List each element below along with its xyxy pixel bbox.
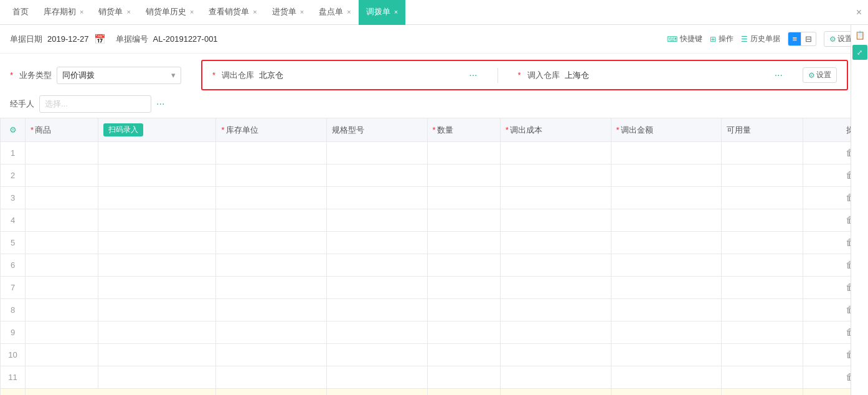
row-number: 3	[1, 187, 26, 209]
out-warehouse-value: 北京仓	[259, 70, 464, 81]
grid-view-btn[interactable]: ⊟	[801, 32, 816, 45]
in-warehouse-field: * 调入仓库 上海仓 ···	[518, 70, 783, 81]
scan-cell	[98, 277, 216, 299]
settings-icon[interactable]: ⚙	[9, 125, 17, 135]
table-row: 6 🗑 ⧉	[1, 254, 868, 277]
grid-icon: ⊞	[710, 35, 716, 44]
right-sidebar: 📋 ⤢	[851, 25, 868, 395]
available-cell	[722, 344, 803, 366]
spec-cell	[327, 321, 427, 344]
unit-cell	[216, 344, 327, 366]
tab-transfer-order[interactable]: 调拨单 ×	[359, 0, 405, 25]
cost-cell	[500, 299, 611, 321]
col-spec: 规格型号	[327, 118, 427, 142]
row-number: 8	[1, 299, 26, 321]
cost-cell	[500, 164, 611, 187]
product-cell[interactable]	[26, 209, 98, 232]
product-cell[interactable]	[26, 187, 98, 209]
tab-purchase-order[interactable]: 进货单 ×	[265, 0, 311, 25]
product-cell[interactable]	[26, 277, 98, 299]
col-transfer-amount: 调出金额	[611, 118, 722, 142]
table-row: 2 🗑 ⧉	[1, 164, 868, 187]
amount-cell	[611, 254, 722, 277]
sidebar-expand-icon[interactable]: ⤢	[852, 45, 867, 60]
tab-view-sales[interactable]: 查看销货单 ×	[201, 0, 264, 25]
close-icon[interactable]: ×	[347, 8, 351, 16]
close-icon[interactable]: ×	[394, 8, 398, 16]
close-icon[interactable]: ×	[126, 8, 130, 16]
business-type-select[interactable]: 同价调拨 ▾	[57, 67, 181, 84]
out-warehouse-more-icon[interactable]: ···	[469, 70, 477, 81]
spec-cell	[327, 366, 427, 389]
table-row: 9 🗑 ⧉	[1, 321, 868, 344]
content-body: * 业务类型 同价调拨 ▾ * 调出仓库 北京仓 ··· * 调入仓库	[0, 54, 868, 395]
shortcuts-button[interactable]: ⌨ 快捷键	[667, 34, 702, 44]
sidebar-doc-icon[interactable]: 📋	[852, 27, 867, 42]
unit-cell	[216, 321, 327, 344]
product-cell[interactable]	[26, 321, 98, 344]
list-view-btn[interactable]: ≡	[788, 32, 801, 45]
window-close-button[interactable]: ×	[856, 7, 862, 18]
row-number: 4	[1, 209, 26, 232]
tab-home[interactable]: 首页	[5, 0, 36, 25]
product-cell[interactable]	[26, 344, 98, 366]
doc-num-label: 单据编号	[116, 34, 148, 45]
product-cell[interactable]	[26, 366, 98, 389]
business-type-value: 同价调拨	[62, 70, 169, 81]
quantity-cell	[427, 254, 500, 277]
scan-cell	[98, 254, 216, 277]
product-cell[interactable]	[26, 299, 98, 321]
in-warehouse-more-icon[interactable]: ···	[775, 70, 783, 81]
tab-inventory-init[interactable]: 库存期初 ×	[36, 0, 91, 25]
handler-more-icon[interactable]: ···	[156, 98, 164, 110]
subtotal-row: 小计 0.00 0.00 0.00 🗑 ⧉	[1, 389, 868, 396]
row-number: 6	[1, 254, 26, 277]
operations-button[interactable]: ⊞ 操作	[710, 34, 734, 44]
product-cell[interactable]	[26, 164, 98, 187]
col-unit: 库存单位	[216, 118, 327, 142]
close-icon[interactable]: ×	[190, 8, 194, 16]
product-cell[interactable]	[26, 232, 98, 254]
handler-select[interactable]: 选择...	[39, 95, 151, 113]
row-number: 9	[1, 321, 26, 344]
scan-button[interactable]: 扫码录入	[103, 123, 143, 136]
history-button[interactable]: ☰ 历史单据	[741, 34, 780, 44]
subtotal-empty-1	[216, 389, 327, 396]
subtotal-available: 0.00	[722, 389, 803, 396]
available-cell	[722, 232, 803, 254]
close-icon[interactable]: ×	[80, 8, 83, 16]
close-icon[interactable]: ×	[300, 8, 304, 16]
unit-cell	[216, 142, 327, 164]
tab-bar: 首页 库存期初 × 销货单 × 销货单历史 × 查看销货单 × 进货单 × 盘点…	[0, 0, 868, 25]
tab-sales-order[interactable]: 销货单 ×	[91, 0, 138, 25]
date-field: 单据日期 2019-12-27 📅	[10, 34, 106, 45]
tab-inventory-check[interactable]: 盘点单 ×	[311, 0, 358, 25]
row-number: 5	[1, 232, 26, 254]
product-cell[interactable]	[26, 142, 98, 164]
table-wrapper: ⚙ 商品 扫码录入 库存单位 规格型号 数量 调出成本 调出金额 可用量 操作	[0, 118, 868, 395]
scan-cell	[98, 299, 216, 321]
cost-cell	[500, 209, 611, 232]
cost-cell	[500, 277, 611, 299]
view-toggle-group: ≡ ⊟	[788, 32, 816, 46]
unit-cell	[216, 299, 327, 321]
spec-cell	[327, 142, 427, 164]
table-row: 3 🗑 ⧉	[1, 187, 868, 209]
quantity-cell	[427, 299, 500, 321]
quantity-cell	[427, 187, 500, 209]
spec-cell	[327, 232, 427, 254]
cost-cell	[500, 366, 611, 389]
required-star: *	[212, 70, 215, 80]
unit-cell	[216, 254, 327, 277]
product-cell[interactable]	[26, 254, 98, 277]
row-number: 2	[1, 164, 26, 187]
unit-cell	[216, 187, 327, 209]
calendar-icon[interactable]: 📅	[94, 34, 106, 45]
unit-cell	[216, 164, 327, 187]
available-cell	[722, 321, 803, 344]
warehouse-settings-button[interactable]: ⚙ 设置	[803, 67, 837, 83]
main-content: 单据日期 2019-12-27 📅 单据编号 AL-20191227-001 ⌨…	[0, 25, 868, 395]
tab-sales-history[interactable]: 销货单历史 ×	[138, 0, 201, 25]
close-icon[interactable]: ×	[253, 8, 257, 16]
handler-placeholder: 选择...	[45, 98, 146, 110]
